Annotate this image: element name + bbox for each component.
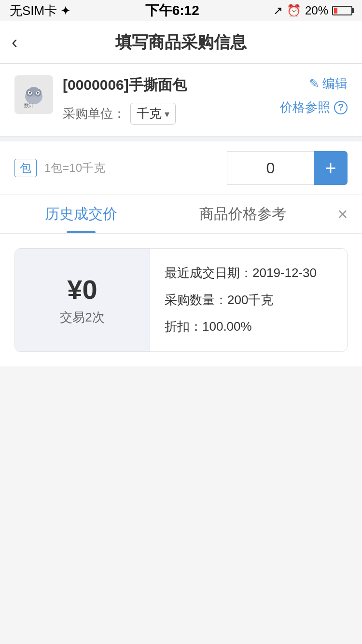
quantity-unit-badge: 包 bbox=[14, 159, 37, 177]
tab-content: ¥0 交易2次 最近成交日期：2019-12-30 采购数量：200千克 折扣：… bbox=[0, 234, 362, 366]
price-ref-label: 价格参照 bbox=[280, 99, 330, 116]
product-image: 数计 bbox=[14, 75, 53, 114]
svg-text:数计: 数计 bbox=[24, 103, 34, 108]
help-icon[interactable]: ? bbox=[334, 101, 348, 114]
location-icon: ↗ bbox=[273, 4, 283, 17]
status-left: 无SIM卡 ✦ bbox=[10, 2, 71, 19]
transaction-count: 交易2次 bbox=[60, 309, 104, 326]
product-name: [0000006]手撕面包 bbox=[63, 75, 187, 95]
battery-percent: 20% bbox=[305, 4, 328, 17]
price-ref-right: ✎ 编辑 价格参照 ? bbox=[280, 75, 348, 116]
edit-label: 编辑 bbox=[322, 75, 348, 92]
recent-date-row: 最近成交日期：2019-12-30 bbox=[165, 263, 333, 283]
discount-label: 折扣： bbox=[165, 319, 202, 334]
product-logo: 数计 bbox=[19, 80, 48, 109]
unit-value: 千克 bbox=[137, 105, 162, 122]
tabs-header: 历史成交价 商品价格参考 × bbox=[0, 195, 362, 234]
product-info: [0000006]手撕面包 采购单位： 千克 ▾ bbox=[63, 75, 187, 125]
price-ref-button[interactable]: 价格参照 ? bbox=[280, 99, 348, 116]
transaction-left: ¥0 交易2次 bbox=[15, 249, 150, 351]
discount-row: 折扣：100.00% bbox=[165, 317, 333, 337]
purchase-qty-value: 200千克 bbox=[227, 293, 273, 307]
status-right: ↗ ⏰ 20% bbox=[273, 4, 352, 17]
status-bar: 无SIM卡 ✦ 下午6:12 ↗ ⏰ 20% bbox=[0, 0, 362, 21]
back-button[interactable]: ‹ bbox=[12, 32, 17, 53]
quantity-control: 0 + bbox=[227, 151, 348, 185]
product-unit-row: 采购单位： 千克 ▾ bbox=[63, 103, 187, 125]
svg-point-6 bbox=[37, 92, 39, 94]
tabs-section: 历史成交价 商品价格参考 × ¥0 交易2次 最近成交日期：2019-12-30… bbox=[0, 195, 362, 366]
discount-value: 100.00% bbox=[202, 319, 252, 334]
edit-icon: ✎ bbox=[309, 76, 320, 91]
alarm-icon: ⏰ bbox=[287, 4, 301, 17]
product-card: 数计 [0000006]手撕面包 采购单位： 千克 ▾ ✎ 编辑 bbox=[0, 64, 362, 137]
unit-dropdown-arrow: ▾ bbox=[165, 108, 169, 120]
purchase-qty-row: 采购数量：200千克 bbox=[165, 290, 333, 310]
tab-history-price[interactable]: 历史成交价 bbox=[0, 195, 162, 233]
tab-product-price-ref[interactable]: 商品价格参考 bbox=[162, 195, 323, 233]
edit-button[interactable]: ✎ 编辑 bbox=[309, 75, 348, 92]
quantity-conversion: 1包=10千克 bbox=[44, 160, 105, 176]
tab-close-button[interactable]: × bbox=[323, 195, 362, 233]
nav-bar: ‹ 填写商品采购信息 bbox=[0, 21, 362, 64]
quantity-input[interactable]: 0 bbox=[227, 151, 314, 185]
transaction-card: ¥0 交易2次 最近成交日期：2019-12-30 采购数量：200千克 折扣：… bbox=[14, 248, 348, 352]
transaction-price: ¥0 bbox=[67, 274, 97, 305]
recent-date-label: 最近成交日期： bbox=[165, 266, 252, 280]
svg-point-5 bbox=[29, 92, 31, 94]
transaction-right: 最近成交日期：2019-12-30 采购数量：200千克 折扣：100.00% bbox=[150, 249, 347, 351]
unit-label: 采购单位： bbox=[63, 105, 125, 122]
unit-select[interactable]: 千克 ▾ bbox=[130, 103, 176, 125]
carrier-text: 无SIM卡 ✦ bbox=[10, 2, 71, 19]
purchase-qty-label: 采购数量： bbox=[165, 293, 227, 307]
svg-point-7 bbox=[29, 87, 39, 93]
quantity-plus-button[interactable]: + bbox=[314, 151, 348, 185]
battery-icon bbox=[332, 6, 352, 15]
quantity-section: 包 1包=10千克 0 + bbox=[0, 137, 362, 195]
status-time: 下午6:12 bbox=[145, 1, 199, 20]
recent-date-value: 2019-12-30 bbox=[252, 266, 317, 280]
quantity-value: 0 bbox=[266, 159, 275, 177]
quantity-label: 包 1包=10千克 bbox=[14, 159, 105, 177]
page-title: 填写商品采购信息 bbox=[115, 31, 247, 54]
